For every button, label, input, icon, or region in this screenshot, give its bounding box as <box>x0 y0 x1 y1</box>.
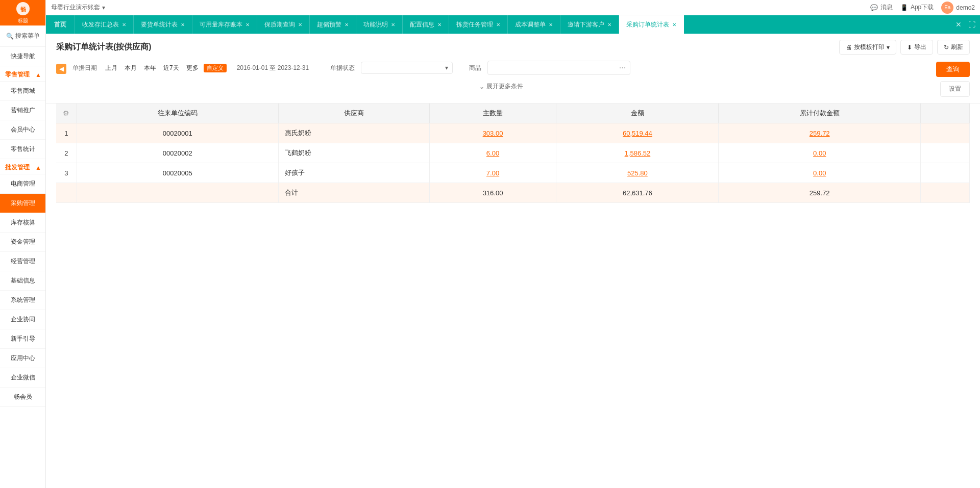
status-select[interactable]: ▾ <box>361 62 453 74</box>
tab-peihuorenwu[interactable]: 拣货任务管理 ✕ <box>449 15 508 34</box>
table-row: 3 00020005 好孩子 7.00 525.80 0.00 <box>56 163 970 183</box>
shortcut-this-month[interactable]: 本月 <box>122 63 139 73</box>
user-avatar: Ea <box>941 2 953 14</box>
workspace-dropdown[interactable]: 母婴行业演示账套 ▾ <box>51 3 105 12</box>
filter-collapse-button[interactable]: ◀ <box>56 64 66 74</box>
table-head: ⚙ 往来单位编码 供应商 主数量 金额 累计付款金额 <box>56 104 970 123</box>
shortcut-this-year[interactable]: 本年 <box>142 63 158 73</box>
tab-close-baozhi[interactable]: ✕ <box>298 22 302 28</box>
search-menu-button[interactable]: 🔍 搜索菜单 <box>3 30 42 42</box>
row-1-paid[interactable]: 259.72 <box>719 123 921 143</box>
retail-label: 零售管理 <box>5 70 30 79</box>
user-menu[interactable]: Ea demo2 <box>941 2 975 14</box>
row-3-paid[interactable]: 0.00 <box>719 163 921 183</box>
row-1-amount[interactable]: 60,519.44 <box>556 123 719 143</box>
message-icon: 💬 <box>870 4 878 11</box>
tabbar-actions: ✕ ⛶ <box>953 18 980 31</box>
sidebar-item-ecommerce[interactable]: 电商管理 <box>0 174 45 194</box>
sidebar-item-inventory[interactable]: 库存核算 <box>0 213 45 233</box>
print-button[interactable]: 🖨 按模板打印 ▾ <box>839 40 896 55</box>
col-supplier: 供应商 <box>279 104 430 123</box>
tab-yaoqing[interactable]: 邀请下游客户 ✕ <box>560 15 619 34</box>
download-icon: 📱 <box>900 4 908 11</box>
tab-gongneng[interactable]: 功能说明 ✕ <box>356 15 403 34</box>
row-3-qty[interactable]: 7.00 <box>429 163 556 183</box>
sidebar: 畅 标题 🔍 搜索菜单 快捷导航 零售管理 ▲ 零售商城 营销推广 会员中心 零… <box>0 0 46 488</box>
refresh-button[interactable]: ↻ 刷新 <box>937 40 970 55</box>
sidebar-item-basic[interactable]: 基础信息 <box>0 271 45 291</box>
sidebar-item-quicknav[interactable]: 快捷导航 <box>0 47 45 66</box>
page-header: 采购订单统计表(按供应商) 🖨 按模板打印 ▾ ⬇ 导出 ↻ 刷新 <box>46 34 980 55</box>
logo-icon: 畅 <box>13 1 33 16</box>
tab-close-peizhi[interactable]: ✕ <box>437 22 442 28</box>
goods-input[interactable]: ··· <box>487 61 630 75</box>
row-1-num: 1 <box>56 123 77 143</box>
sidebar-item-vip[interactable]: 畅会员 <box>0 388 45 407</box>
tab-peizhi[interactable]: 配置信息 ✕ <box>403 15 449 34</box>
tab-shoufahuiyi[interactable]: 收发存汇总表 ✕ <box>75 15 134 34</box>
table-area: ⚙ 往来单位编码 供应商 主数量 金额 累计付款金额 1 00020001 <box>46 104 980 213</box>
shortcut-more[interactable]: 更多 <box>184 63 201 73</box>
sidebar-item-retailstats[interactable]: 零售统计 <box>0 140 45 159</box>
sidebar-item-corpwechat[interactable]: 企业微信 <box>0 368 45 388</box>
tab-close-all-button[interactable]: ✕ <box>953 18 964 31</box>
query-button[interactable]: 查询 <box>936 62 970 77</box>
sidebar-item-members[interactable]: 会员中心 <box>0 120 45 140</box>
sidebar-item-newguide[interactable]: 新手引导 <box>0 329 45 349</box>
tab-close-peihuorenwu[interactable]: ✕ <box>496 22 500 28</box>
quicknav-label: 快捷导航 <box>11 52 35 61</box>
tab-chaochuyujing[interactable]: 超储预警 ✕ <box>310 15 356 34</box>
row-2-qty[interactable]: 6.00 <box>429 143 556 163</box>
shortcut-last-month[interactable]: 上月 <box>103 63 119 73</box>
tab-keyongliang[interactable]: 可用量库存账本 ✕ <box>192 15 257 34</box>
tab-yaohuo[interactable]: 要货单统计表 ✕ <box>134 15 192 34</box>
page-inner: 采购订单统计表(按供应商) 🖨 按模板打印 ▾ ⬇ 导出 ↻ 刷新 <box>46 34 980 488</box>
logo-text: 标题 <box>18 17 28 24</box>
tab-chengben[interactable]: 成本调整单 ✕ <box>508 15 560 34</box>
settings-button[interactable]: 设置 <box>940 81 970 97</box>
tab-close-shoufahuiyi[interactable]: ✕ <box>122 22 126 28</box>
app-download-button[interactable]: 📱 App下载 <box>900 3 934 12</box>
custom-date-badge[interactable]: 自定义 <box>204 64 227 72</box>
expand-more-button[interactable]: ⌄ 展开更多条件 <box>476 79 526 94</box>
row-2-paid[interactable]: 0.00 <box>719 143 921 163</box>
sidebar-item-wholesale[interactable]: 批发管理 ▲ <box>0 159 45 174</box>
sidebar-item-system[interactable]: 系统管理 <box>0 291 45 310</box>
tab-close-chengben[interactable]: ✕ <box>549 22 553 28</box>
sidebar-item-purchase[interactable]: 采购管理 <box>0 194 45 213</box>
sidebar-item-operations[interactable]: 经营管理 <box>0 252 45 271</box>
row-2-supplier: 飞鹤奶粉 <box>279 143 430 163</box>
refresh-icon: ↻ <box>944 44 949 51</box>
tab-close-chaochuyujing[interactable]: ✕ <box>345 22 349 28</box>
shortcut-7days[interactable]: 近7天 <box>161 63 181 73</box>
page-header-actions: 🖨 按模板打印 ▾ ⬇ 导出 ↻ 刷新 <box>839 40 970 55</box>
row-3-extra <box>920 163 969 183</box>
goods-more-icon[interactable]: ··· <box>619 63 626 72</box>
tab-baozhi[interactable]: 保质期查询 ✕ <box>257 15 310 34</box>
sidebar-item-retailshop[interactable]: 零售商城 <box>0 82 45 101</box>
tab-close-yaoqing[interactable]: ✕ <box>607 22 611 28</box>
sidebar-item-appcenter[interactable]: 应用中心 <box>0 349 45 368</box>
col-settings[interactable]: ⚙ <box>56 104 77 123</box>
tab-maximize-button[interactable]: ⛶ <box>966 18 977 31</box>
sidebar-search-section: 🔍 搜索菜单 <box>0 25 45 47</box>
export-button[interactable]: ⬇ 导出 <box>900 40 933 55</box>
breadcrumb: 母婴行业演示账套 ▾ <box>51 3 870 12</box>
tab-close-yaohuo[interactable]: ✕ <box>181 22 185 28</box>
row-3-amount[interactable]: 525.80 <box>556 163 719 183</box>
wholesale-label: 批发管理 <box>5 163 30 172</box>
sidebar-item-funds[interactable]: 资金管理 <box>0 233 45 252</box>
sidebar-item-retail[interactable]: 零售管理 ▲ <box>0 66 45 82</box>
tab-close-gongneng[interactable]: ✕ <box>391 22 395 28</box>
row-2-amount[interactable]: 1,586.52 <box>556 143 719 163</box>
tab-close-caigouorder[interactable]: ✕ <box>672 22 676 28</box>
settings-icon[interactable]: ⚙ <box>63 109 69 117</box>
message-button[interactable]: 💬 消息 <box>870 3 893 12</box>
sidebar-item-enterprise[interactable]: 企业协同 <box>0 310 45 329</box>
sidebar-item-marketing[interactable]: 营销推广 <box>0 101 45 120</box>
col-extra <box>920 104 969 123</box>
row-1-qty[interactable]: 303.00 <box>429 123 556 143</box>
tab-close-keyongliang[interactable]: ✕ <box>246 22 250 28</box>
tab-caigouorder[interactable]: 采购订单统计表 ✕ <box>619 15 684 34</box>
tab-home[interactable]: 首页 <box>46 15 75 34</box>
